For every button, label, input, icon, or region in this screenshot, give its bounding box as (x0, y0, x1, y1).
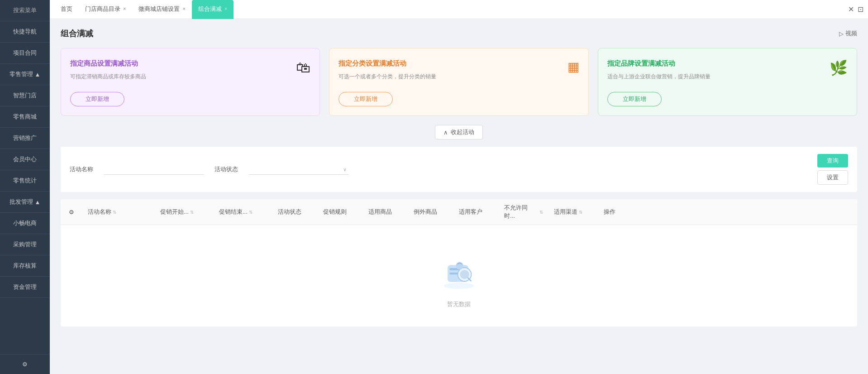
goods-bag-icon: 🛍 (296, 59, 310, 76)
sidebar-item-member-center[interactable]: 会员中心 (0, 149, 50, 170)
th-gear[interactable]: ⚙ (61, 209, 82, 216)
cards-row: 🛍 指定商品设置满减活动 可指定滞销商品或库存较多商品 立即新增 ▦ 指定分类设… (61, 48, 857, 116)
grid-icon: ▦ (568, 59, 579, 74)
sidebar-settings-button[interactable]: ⚙ (0, 354, 50, 374)
tab-home[interactable]: 首页 (54, 0, 79, 19)
sidebar-item-marketing[interactable]: 营销推广 (0, 128, 50, 149)
sidebar: 搜索菜单 快捷导航 项目合同 零售管理 ▲ 智慧门店 零售商城 营销推广 会员中… (0, 0, 50, 374)
tab-combo-discount-close[interactable]: × (224, 6, 227, 11)
sidebar-search[interactable]: 搜索菜单 (0, 0, 50, 21)
sidebar-item-retail-stats[interactable]: 零售统计 (0, 170, 50, 192)
card-goods-title: 指定商品设置满减活动 (70, 59, 310, 68)
card-goods-desc: 可指定滞销商品或库存较多商品 (70, 72, 310, 85)
filter-status-select[interactable] (249, 164, 348, 175)
filter-buttons: 查询 设置 (817, 154, 848, 185)
th-name[interactable]: 活动名称 ⇅ (82, 208, 155, 216)
th-nosimul[interactable]: 不允许同时... ⇅ (499, 204, 548, 220)
sidebar-item-xiaochangec[interactable]: 小畅电商 (0, 213, 50, 234)
empty-state: 暂无数据 (61, 225, 857, 326)
filter-status-label: 活动状态 (215, 165, 238, 173)
th-channel-label: 适用渠道 (554, 208, 577, 216)
card-brand-title: 指定品牌设置满减活动 (607, 59, 848, 68)
th-nosimul-label: 不允许同时... (504, 204, 538, 220)
arrow-icon: ▲ (35, 199, 41, 206)
sidebar-item-label: 批发管理 (10, 198, 33, 206)
chevron-up-icon: ∧ (444, 129, 448, 136)
sidebar-item-retail-mall[interactable]: 零售商城 (0, 106, 50, 128)
sidebar-item-label: 零售管理 (10, 70, 33, 78)
empty-illustration (436, 252, 482, 293)
card-category: ▦ 指定分类设置满减活动 可选一个或者多个分类，提升分类的销量 立即新增 (329, 48, 588, 116)
sidebar-item-retail-mgmt[interactable]: 零售管理 ▲ (0, 64, 50, 85)
tab-combo-discount-label: 组合满减 (198, 5, 222, 13)
play-circle-icon: ▷ (839, 30, 844, 37)
th-status: 活动状态 (272, 208, 318, 216)
th-start-label: 促销开始... (160, 208, 189, 216)
tab-weishop-settings[interactable]: 微商城店铺设置 × (132, 0, 191, 19)
th-status-label: 活动状态 (278, 208, 301, 216)
filter-name-input[interactable] (104, 164, 204, 175)
th-goods-label: 适用商品 (368, 208, 392, 216)
sort-icon-channel: ⇅ (579, 210, 582, 215)
card-brand: 🌿 指定品牌设置满减活动 适合与上游企业联合做营销，提升品牌销量 立即新增 (598, 48, 857, 116)
video-link[interactable]: ▷ 视频 (839, 29, 857, 38)
th-channel[interactable]: 适用渠道 ⇅ (548, 208, 598, 216)
filter-name-label: 活动名称 (70, 165, 93, 173)
page-header: 组合满减 ▷ 视频 (61, 28, 857, 39)
card-brand-desc: 适合与上游企业联合做营销，提升品牌销量 (607, 72, 848, 85)
tab-bar: 首页 门店商品目录 × 微商城店铺设置 × 组合满减 × ✕ ⊡ (50, 0, 868, 19)
sort-icon-name: ⇅ (113, 210, 116, 215)
th-rule-label: 促销规则 (323, 208, 347, 216)
card-brand-add-button[interactable]: 立即新增 (607, 92, 662, 106)
filter-status-select-wrap: ∨ (249, 164, 348, 175)
setting-button[interactable]: 设置 (817, 170, 848, 185)
card-category-desc: 可选一个或者多个分类，提升分类的销量 (339, 72, 579, 85)
th-end-label: 促销结束... (219, 208, 248, 216)
tab-home-label: 首页 (61, 5, 72, 13)
restore-window-icon[interactable]: ⊡ (858, 5, 863, 14)
th-action: 操作 (598, 208, 857, 216)
close-window-icon[interactable]: ✕ (848, 5, 854, 14)
leaf-icon: 🌿 (830, 59, 848, 77)
sidebar-item-inventory-check[interactable]: 库存核算 (0, 255, 50, 277)
tab-combo-discount[interactable]: 组合满减 × (192, 0, 234, 19)
tab-store-catalog[interactable]: 门店商品目录 × (79, 0, 132, 19)
sidebar-item-purchase-mgmt[interactable]: 采购管理 (0, 234, 50, 255)
table-header: ⚙ 活动名称 ⇅ 促销开始... ⇅ 促销结束... ⇅ 活动状态 (61, 199, 857, 225)
query-button[interactable]: 查询 (817, 154, 848, 168)
content-area: 组合满减 ▷ 视频 🛍 指定商品设置满减活动 可指定滞销商品或库存较多商品 立即… (50, 19, 868, 374)
th-action-label: 操作 (604, 208, 615, 216)
collapse-button[interactable]: ∧ 收起活动 (435, 125, 483, 139)
tab-weishop-settings-close[interactable]: × (182, 6, 185, 11)
tab-bar-right: ✕ ⊡ (848, 5, 863, 14)
card-goods: 🛍 指定商品设置满减活动 可指定滞销商品或库存较多商品 立即新增 (61, 48, 320, 116)
sidebar-item-project-contract[interactable]: 项目合同 (0, 43, 50, 64)
sidebar-item-smart-store[interactable]: 智慧门店 (0, 85, 50, 106)
th-start[interactable]: 促销开始... ⇅ (155, 208, 214, 216)
card-goods-add-button[interactable]: 立即新增 (70, 92, 124, 106)
th-rule: 促销规则 (318, 208, 363, 216)
main-area: 首页 门店商品目录 × 微商城店铺设置 × 组合满减 × ✕ ⊡ 组合满减 ▷ … (50, 0, 868, 374)
page-title: 组合满减 (61, 28, 93, 39)
filter-row: 活动名称 活动状态 ∨ 查询 设置 (61, 147, 857, 192)
svg-point-0 (444, 283, 474, 289)
th-name-label: 活动名称 (88, 208, 111, 216)
arrow-icon: ▲ (35, 71, 41, 78)
tab-store-catalog-close[interactable]: × (123, 6, 126, 11)
gear-icon: ⚙ (22, 361, 28, 368)
sort-icon-start: ⇅ (190, 210, 194, 215)
data-table: ⚙ 活动名称 ⇅ 促销开始... ⇅ 促销结束... ⇅ 活动状态 (61, 199, 857, 326)
th-except: 例外商品 (408, 208, 453, 216)
table-settings-icon: ⚙ (69, 209, 74, 216)
sidebar-item-wholesale-mgmt[interactable]: 批发管理 ▲ (0, 192, 50, 213)
tab-weishop-settings-label: 微商城店铺设置 (138, 5, 180, 13)
sidebar-item-finance-mgmt[interactable]: 资金管理 (0, 277, 50, 298)
card-category-add-button[interactable]: 立即新增 (339, 92, 393, 106)
collapse-label: 收起活动 (451, 128, 474, 136)
th-goods: 适用商品 (363, 208, 408, 216)
th-except-label: 例外商品 (414, 208, 437, 216)
th-end[interactable]: 促销结束... ⇅ (214, 208, 272, 216)
sidebar-item-quick-nav[interactable]: 快捷导航 (0, 21, 50, 43)
video-link-label: 视频 (845, 29, 857, 38)
tab-store-catalog-label: 门店商品目录 (85, 5, 120, 13)
